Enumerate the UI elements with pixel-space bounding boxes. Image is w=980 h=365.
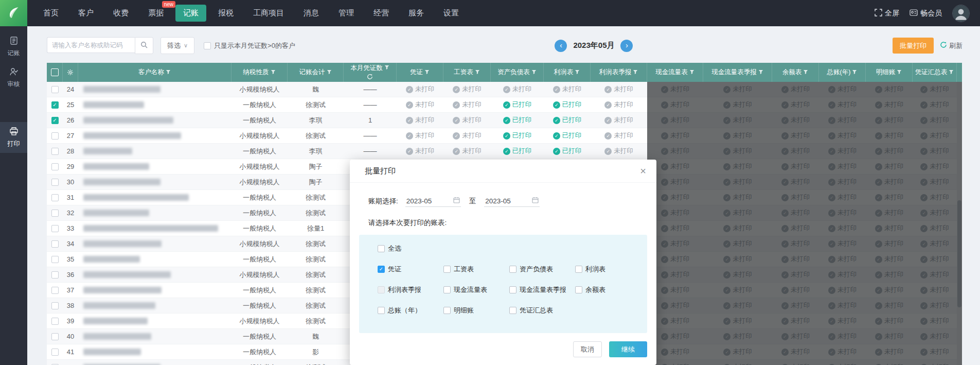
report-option-0[interactable]: 凭证	[378, 265, 443, 274]
row-checkbox[interactable]	[47, 190, 63, 205]
only-with-vouchers-checkbox[interactable]: 只显示本月凭证数>0的客户	[204, 41, 295, 50]
report-option-6[interactable]: 现金流量表季报	[509, 285, 575, 294]
filter-funnel-icon[interactable]	[852, 69, 857, 76]
filter-funnel-icon[interactable]	[271, 69, 276, 76]
column-header[interactable]: 纳税性质	[231, 63, 288, 82]
nav-item-0[interactable]: 首页	[35, 5, 66, 22]
nav-item-4[interactable]: 记账	[175, 5, 206, 22]
sidebar-item-0[interactable]: 记账	[0, 31, 27, 62]
continue-button[interactable]: 继续	[609, 341, 647, 357]
report-option-10[interactable]: 凭证汇总表	[509, 306, 575, 315]
checkbox-label: 只显示本月凭证数>0的客户	[214, 41, 295, 50]
column-header[interactable]: 明细账	[866, 63, 913, 82]
cancel-button[interactable]: 取消	[573, 341, 602, 357]
filter-funnel-icon[interactable]	[166, 69, 171, 76]
nav-item-7[interactable]: 消息	[296, 5, 327, 22]
column-header[interactable]: 现金流量表	[647, 63, 703, 82]
row-checkbox[interactable]	[47, 267, 63, 282]
row-checkbox[interactable]	[47, 159, 63, 174]
batch-print-button[interactable]: 批量打印	[893, 38, 934, 54]
next-month-button[interactable]: ›	[620, 40, 633, 52]
filter-funnel-icon[interactable]	[803, 69, 808, 76]
filter-funnel-icon[interactable]	[475, 69, 480, 76]
select-all-rows-checkbox[interactable]	[47, 63, 63, 82]
column-header[interactable]: 工资表	[443, 63, 491, 82]
fullscreen-button[interactable]: 全屏	[875, 9, 899, 18]
filter-funnel-icon[interactable]	[758, 69, 763, 76]
column-header[interactable]: 记账会计	[288, 63, 344, 82]
row-checkbox[interactable]	[47, 314, 63, 328]
prev-month-button[interactable]: ‹	[555, 40, 567, 52]
report-option-7[interactable]: 余额表	[575, 285, 641, 294]
report-option-label: 现金流量表	[454, 285, 487, 294]
report-option-1[interactable]: 工资表	[443, 265, 509, 274]
nav-item-5[interactable]: 报税	[210, 5, 241, 22]
row-checkbox[interactable]	[47, 283, 63, 298]
row-checkbox[interactable]	[47, 298, 63, 313]
column-settings-icon[interactable]	[63, 63, 78, 82]
column-header[interactable]: 总账(年)	[819, 63, 866, 82]
filter-funnel-icon[interactable]	[531, 69, 537, 76]
user-avatar[interactable]	[952, 5, 970, 22]
filter-funnel-icon[interactable]	[327, 69, 332, 76]
filter-funnel-icon[interactable]	[949, 69, 954, 76]
search-button[interactable]	[135, 37, 153, 54]
column-header[interactable]: 本月凭证数	[344, 63, 397, 82]
select-all-checkbox[interactable]: 全选	[378, 244, 647, 253]
row-checkbox[interactable]	[47, 329, 63, 344]
app-logo[interactable]	[0, 0, 27, 26]
column-header[interactable]: 利润表季报	[591, 63, 647, 82]
nav-item-10[interactable]: 服务	[401, 5, 432, 22]
column-header[interactable]: 余额表	[772, 63, 819, 82]
nav-item-1[interactable]: 客户	[70, 5, 101, 22]
sidebar-item-1[interactable]: 审核	[0, 62, 27, 93]
report-option-3[interactable]: 利润表	[575, 265, 641, 274]
column-header[interactable]: 凭证	[397, 63, 443, 82]
column-header[interactable]: 客户名称	[78, 63, 231, 82]
row-checkbox[interactable]	[47, 97, 63, 112]
filter-funnel-icon[interactable]	[575, 69, 580, 76]
row-checkbox[interactable]	[47, 252, 63, 267]
nav-item-11[interactable]: 设置	[436, 5, 467, 22]
customer-search-input[interactable]	[47, 37, 135, 53]
filter-funnel-icon[interactable]	[689, 69, 694, 76]
filter-funnel-icon[interactable]	[384, 64, 389, 72]
column-header[interactable]: 现金流量表季报	[703, 63, 772, 82]
refresh-button[interactable]: 刷新	[940, 41, 963, 50]
checkbox-box	[51, 148, 59, 155]
row-checkbox[interactable]	[47, 344, 63, 359]
filter-funnel-icon[interactable]	[633, 69, 638, 76]
report-option-5[interactable]: 现金流量表	[443, 285, 509, 294]
row-checkbox[interactable]	[47, 175, 63, 189]
refresh-icon	[940, 41, 947, 50]
report-option-2[interactable]: 资产负债表	[509, 265, 575, 274]
period-from-input[interactable]: 2023-05	[405, 195, 461, 207]
row-checkbox[interactable]	[47, 82, 63, 97]
filter-funnel-icon[interactable]	[424, 69, 430, 76]
nav-item-6[interactable]: 工商项目	[245, 5, 292, 22]
filter-dropdown[interactable]: 筛选 ∨	[161, 37, 194, 54]
period-to-input[interactable]: 2023-05	[484, 195, 540, 207]
row-checkbox[interactable]	[47, 360, 63, 365]
sidebar-item-2[interactable]: 打印	[0, 122, 27, 153]
column-header[interactable]: 资产负债表	[491, 63, 544, 82]
nav-item-9[interactable]: 经营	[366, 5, 397, 22]
row-checkbox[interactable]	[47, 205, 63, 220]
nav-item-2[interactable]: 收费	[105, 5, 136, 22]
member-button[interactable]: 畅会员	[910, 9, 942, 18]
report-option-9[interactable]: 明细账	[443, 306, 509, 315]
nav-item-3[interactable]: 票据new	[140, 5, 171, 22]
column-header[interactable]: 凭证汇总表	[913, 63, 957, 82]
row-checkbox[interactable]	[47, 221, 63, 236]
report-option-8[interactable]: 总账（年）	[378, 306, 443, 315]
refresh-count-icon[interactable]	[367, 74, 373, 81]
row-checkbox[interactable]	[47, 128, 63, 143]
column-header[interactable]: 利润表	[544, 63, 591, 82]
filter-funnel-icon[interactable]	[897, 69, 902, 76]
report-option-4[interactable]: 利润表季报	[378, 285, 443, 294]
row-checkbox[interactable]	[47, 236, 63, 251]
row-checkbox[interactable]	[47, 113, 63, 128]
close-icon[interactable]: ×	[640, 166, 646, 176]
nav-item-8[interactable]: 管理	[331, 5, 362, 22]
row-checkbox[interactable]	[47, 144, 63, 159]
